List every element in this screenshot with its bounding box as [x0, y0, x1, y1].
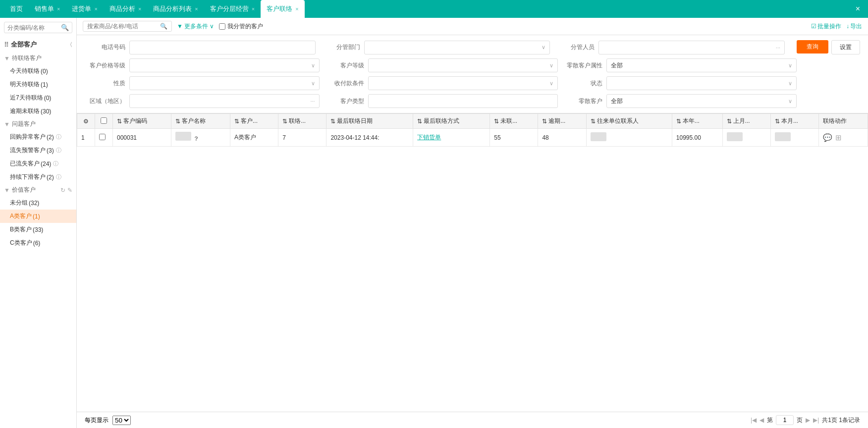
nav-tab-product-analysis[interactable]: 商品分析 × [104, 0, 147, 18]
col-last-method-sort-icon[interactable]: ⇅ [417, 118, 422, 125]
sidebar-item-b-class[interactable]: B类客户 (33) [0, 223, 76, 236]
col-last-month-sort-icon[interactable]: ⇅ [727, 118, 732, 125]
this-month-placeholder [775, 132, 791, 141]
sidebar-item-overdue[interactable]: 逾期未联络 (30) [0, 105, 76, 118]
col-code-sort-icon[interactable]: ⇅ [117, 118, 122, 125]
last-page-button[interactable]: ▶| [813, 417, 819, 424]
row-select-checkbox[interactable] [99, 134, 106, 140]
price-level-select[interactable]: ∨ [129, 58, 320, 72]
next-page-button[interactable]: ▶ [806, 417, 810, 424]
close-customer-segment-tab-icon[interactable]: × [252, 6, 255, 12]
status-select[interactable]: ∨ [606, 76, 797, 90]
group-problem-customers[interactable]: ▼ 问题客户 [0, 118, 76, 130]
nav-home[interactable]: 首页 [4, 4, 29, 13]
sidebar-item-a-class[interactable]: A类客户 (1) [0, 210, 76, 223]
payment-select[interactable]: ∨ [368, 76, 558, 90]
contact-person-placeholder [591, 132, 606, 141]
close-customer-contact-tab-icon[interactable]: × [295, 6, 298, 12]
sidebar-search-box[interactable]: 🔍 [4, 22, 72, 33]
region-dots-icon[interactable]: ··· [311, 98, 315, 104]
sidebar-item-churn-warning[interactable]: 流失预警客户 (3) ⓘ [0, 144, 76, 157]
nav-tab-customer-contact[interactable]: 客户联络 × [261, 0, 304, 18]
nav-tab-purchase[interactable]: 进货单 × [66, 0, 103, 18]
group-pending-contact[interactable]: ▼ 待联络客户 [0, 52, 76, 64]
gear-icon[interactable]: ⚙ [83, 118, 89, 125]
nav-tab-product-analysis-list[interactable]: 商品分析列表 × [147, 0, 204, 18]
last-method-link[interactable]: 下销货单 [417, 134, 441, 141]
all-customers-header[interactable]: ⠿ 全部客户 〈 [0, 37, 76, 52]
settings-button[interactable]: 设置 [831, 40, 860, 54]
manager-dots-icon[interactable]: ··· [776, 45, 780, 51]
close-sales-tab-icon[interactable]: × [57, 6, 60, 12]
sidebar-item-c-class[interactable]: C类客户 (6) [0, 236, 76, 250]
region-input[interactable]: ··· [129, 94, 320, 108]
action-comment-icon[interactable]: 💬 [823, 133, 832, 142]
content-area: 🔍 ▼ 更多条件 ∨ 我分管的客户 ☑ 批量操作 ↓ 导出 [77, 18, 868, 428]
export-button[interactable]: ↓ 导出 [846, 22, 862, 31]
filter-customer-level: 客户等级 ∨ [324, 58, 558, 72]
export-icon: ↓ [846, 23, 849, 30]
nav-tab-customer-segment[interactable]: 客户分层经营 × [204, 0, 261, 18]
page-number-input[interactable] [776, 415, 794, 425]
col-this-year: ⇅ 本年... [672, 114, 722, 129]
col-last-date-sort-icon[interactable]: ⇅ [330, 118, 335, 125]
first-page-button[interactable]: |◀ [751, 417, 757, 424]
info-icon-1: ⓘ [56, 133, 61, 141]
col-gear[interactable]: ⚙ [77, 114, 95, 129]
row-contact-count: 7 [278, 129, 326, 147]
sidebar-item-ungrouped[interactable]: 未分组 (32) [0, 196, 76, 210]
my-customers-checkbox[interactable]: 我分管的客户 [219, 22, 263, 31]
sidebar-item-today[interactable]: 今天待联络 (0) [0, 64, 76, 78]
nature-select[interactable]: ∨ [129, 76, 320, 90]
close-purchase-tab-icon[interactable]: × [94, 6, 97, 12]
col-overdue-sort-icon[interactable]: ⇅ [542, 118, 547, 125]
row-last-method[interactable]: 下销货单 [413, 129, 490, 147]
select-all-checkbox[interactable] [101, 117, 107, 124]
col-select-all[interactable] [95, 114, 113, 129]
sidebar-item-churned[interactable]: 已流失客户 (24) ⓘ [0, 157, 76, 170]
sidebar-item-repurchase-abnormal[interactable]: 回购异常客户 (2) ⓘ [0, 130, 76, 144]
refresh-icon[interactable]: ↻ [60, 187, 65, 194]
col-name-sort-icon[interactable]: ⇅ [175, 118, 180, 125]
close-product-analysis-tab-icon[interactable]: × [138, 6, 141, 12]
prev-page-button[interactable]: ◀ [760, 417, 764, 424]
customer-level-select[interactable]: ∨ [368, 58, 558, 72]
main-search-input[interactable] [87, 23, 160, 30]
retail-attr-select[interactable]: 全部 ∨ [606, 58, 797, 72]
sidebar-item-declining[interactable]: 持续下滑客户 (2) ⓘ [0, 170, 76, 184]
group-value-actions[interactable]: ↻ ✎ [60, 187, 72, 194]
col-this-month-sort-icon[interactable]: ⇅ [775, 118, 780, 125]
col-type-sort-icon[interactable]: ⇅ [234, 118, 239, 125]
edit-icon[interactable]: ✎ [67, 187, 72, 194]
more-filters-button[interactable]: ▼ 更多条件 ∨ [177, 22, 214, 31]
manager-input[interactable]: ··· [598, 41, 785, 54]
row-checkbox[interactable] [95, 129, 113, 147]
col-this-year-sort-icon[interactable]: ⇅ [676, 118, 681, 125]
payment-label: 收付款条件 [324, 79, 368, 88]
phone-input[interactable] [129, 41, 316, 54]
sidebar-item-tomorrow[interactable]: 明天待联络 (1) [0, 78, 76, 91]
close-product-analysis-list-tab-icon[interactable]: × [195, 6, 198, 12]
customer-type-input[interactable] [368, 94, 558, 108]
action-link-icon[interactable]: ⊞ [835, 133, 842, 142]
close-all-tabs-button[interactable]: × [852, 4, 864, 13]
my-customers-check[interactable] [219, 23, 225, 30]
group-value-customers[interactable]: ▼ 价值客户 ↻ ✎ [0, 184, 76, 196]
retail-customer-select[interactable]: 全部 ∨ [606, 94, 797, 108]
sidebar-item-7days[interactable]: 近7天待联络 (0) [0, 91, 76, 105]
query-button[interactable]: 查询 [797, 40, 828, 54]
col-contact-person-sort-icon[interactable]: ⇅ [591, 118, 596, 125]
sidebar-search-input[interactable] [7, 24, 61, 31]
col-contact-sort-icon[interactable]: ⇅ [282, 118, 287, 125]
main-layout: 🔍 ⠿ 全部客户 〈 ▼ 待联络客户 今天待联络 (0) 明天待联络 (1) 近… [0, 18, 868, 428]
batch-ops-button[interactable]: ☑ 批量操作 [811, 22, 841, 31]
filter-retail-customer: 零散客户 全部 ∨ [562, 94, 797, 108]
nav-tab-sales[interactable]: 销售单 × [29, 0, 66, 18]
dept-select[interactable]: ∨ [364, 41, 550, 54]
row-overdue: 48 [538, 129, 586, 147]
collapse-icon[interactable]: 〈 [67, 41, 72, 49]
col-this-month: ⇅ 本月... [770, 114, 818, 129]
main-search-box[interactable]: 🔍 [83, 21, 172, 32]
col-uncontacted-sort-icon[interactable]: ⇅ [494, 118, 499, 125]
page-size-select[interactable]: 50 [112, 416, 131, 425]
